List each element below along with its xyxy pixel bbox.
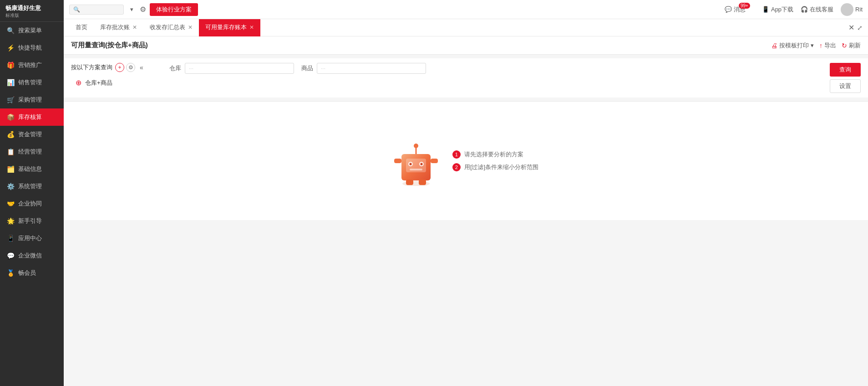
sidebar-item-operations[interactable]: 📋 经营管理 [0, 143, 64, 160]
apps-icon: 📱 [6, 235, 15, 242]
logo-subtitle: 标准版 [5, 12, 58, 19]
empty-step-2-text: 用[过滤]条件来缩小分析范围 [464, 163, 538, 171]
export-icon: ↑ [819, 42, 822, 49]
query-buttons: 查询 设置 [830, 63, 861, 93]
topbar-search-box[interactable]: 🔍 [69, 5, 124, 15]
tab-batch-close[interactable]: ✕ [132, 24, 137, 31]
user-avatar [841, 3, 853, 16]
tab-home-label: 首页 [76, 23, 87, 31]
query-fields-row: 仓库 ··· 商品 ··· [169, 63, 822, 74]
setting-button[interactable]: 设置 [830, 79, 861, 93]
scheme-item-label: 仓库+商品 [85, 79, 112, 87]
print-label: 按模板打印 [779, 41, 809, 50]
step-num-2: 2 [452, 163, 461, 171]
empty-text: 1 请先选择要分析的方案 2 用[过滤]条件来缩小分析范围 [452, 150, 538, 171]
refresh-button[interactable]: ↻ 刷新 [842, 41, 861, 50]
query-button[interactable]: 查询 [830, 63, 861, 77]
tabbar: 首页 库存批次账 ✕ 收发存汇总表 ✕ 可用量库存账本 ✕ ✕ ⤢ [64, 19, 868, 36]
topbar-dropdown-arrow[interactable]: ▾ [127, 5, 136, 14]
sidebar-item-newbie[interactable]: 🌟 新手引导 [0, 212, 64, 230]
phone-icon: 📱 [762, 6, 769, 13]
goods-field: 商品 ··· [301, 63, 426, 74]
query-scheme-header: 按以下方案查询 + ⚙ « [71, 63, 162, 72]
goods-input[interactable]: ··· [317, 63, 426, 74]
sidebar-item-system[interactable]: ⚙️ 系统管理 [0, 178, 64, 195]
expand-tabs-button[interactable]: ⤢ [857, 24, 863, 31]
tab-summary-close[interactable]: ✕ [188, 24, 193, 31]
add-scheme-button[interactable]: + [115, 63, 124, 72]
app-download-label: App下载 [771, 5, 793, 14]
industry-solution-button[interactable]: 体验行业方案 [150, 3, 198, 16]
sidebar-item-basic[interactable]: 🗂️ 基础信息 [0, 160, 64, 178]
page-title: 可用量查询(按仓库+商品) [71, 41, 148, 50]
search-icon-small: 🔍 [73, 6, 80, 13]
sidebar-item-apps[interactable]: 📱 应用中心 [0, 230, 64, 247]
sidebar-label-apps: 应用中心 [18, 234, 42, 242]
svg-point-5 [409, 163, 411, 165]
print-dropdown-icon[interactable]: ▾ [811, 42, 814, 49]
sidebar-item-purchase[interactable]: 🛒 采购管理 [0, 91, 64, 108]
tab-home[interactable]: 首页 [69, 19, 94, 36]
settings-scheme-button[interactable]: ⚙ [126, 63, 135, 72]
svg-rect-7 [410, 169, 422, 170]
sidebar-label-shortcut: 快捷导航 [18, 44, 42, 52]
print-button[interactable]: 🖨 按模板打印 ▾ [771, 41, 814, 50]
headset-icon: 🎧 [801, 6, 808, 13]
export-button[interactable]: ↑ 导出 [819, 41, 836, 50]
scheme-item-warehouse-goods[interactable]: ⊕ 仓库+商品 [71, 76, 162, 90]
sidebar-scroll: 🔍 搜索菜单 ⚡ 快捷导航 🎁 营销推广 📊 销售管理 🛒 采购管理 📦 库存核… [0, 22, 64, 386]
member-icon: 🏅 [6, 269, 15, 277]
sidebar-item-search[interactable]: 🔍 搜索菜单 [0, 22, 64, 39]
sidebar-logo: 畅康通好生意 标准版 [0, 0, 64, 22]
svg-rect-12 [406, 180, 413, 185]
sidebar-item-inventory[interactable]: 📦 库存核算 [0, 108, 64, 126]
topbar-right-section: 💬 消息 99+ 📱 App下载 🎧 在线客服 Rit [725, 3, 863, 16]
sidebar-label-wechat: 企业微信 [18, 252, 42, 260]
system-icon: ⚙️ [6, 183, 15, 190]
sidebar: 畅康通好生意 标准版 🔍 搜索菜单 ⚡ 快捷导航 🎁 营销推广 📊 销售管理 🛒… [0, 0, 64, 386]
sidebar-item-wechat[interactable]: 💬 企业微信 [0, 247, 64, 264]
app-download-button[interactable]: 📱 App下载 [762, 5, 793, 14]
page-content: 可用量查询(按仓库+商品) 🖨 按模板打印 ▾ ↑ 导出 ↻ 刷新 [64, 36, 868, 386]
close-all-tabs-button[interactable]: ✕ [848, 23, 854, 32]
svg-rect-10 [394, 159, 401, 163]
query-scheme-label: 按以下方案查询 [71, 63, 112, 72]
empty-step-2: 2 用[过滤]条件来缩小分析范围 [452, 163, 538, 171]
sidebar-item-member[interactable]: 🏅 畅会员 [0, 264, 64, 282]
user-name: Rit [855, 6, 863, 13]
svg-point-6 [420, 163, 422, 165]
warehouse-input[interactable]: ··· [185, 63, 294, 74]
customer-service-button[interactable]: 🎧 在线客服 [801, 5, 833, 14]
svg-point-9 [414, 144, 418, 148]
shortcut-icon: ⚡ [6, 44, 15, 51]
sidebar-item-enterprise[interactable]: 🤝 企业协同 [0, 195, 64, 212]
step-num-1: 1 [452, 150, 461, 159]
tab-summary[interactable]: 收发存汇总表 ✕ [143, 19, 199, 36]
empty-step-1: 1 请先选择要分析的方案 [452, 150, 538, 159]
message-icon: 💬 [725, 6, 732, 13]
topbar: 🔍 ▾ ⚙ 体验行业方案 💬 消息 99+ 📱 App下载 🎧 在线客服 Rit [64, 0, 868, 19]
tab-batch-label: 库存批次账 [100, 23, 130, 31]
sidebar-item-sales[interactable]: 📊 销售管理 [0, 74, 64, 91]
tab-available-label: 可用量库存账本 [205, 23, 247, 31]
sidebar-item-finance[interactable]: 💰 资金管理 [0, 126, 64, 143]
tab-available[interactable]: 可用量库存账本 ✕ [199, 19, 260, 36]
user-avatar-area[interactable]: Rit [841, 3, 863, 16]
sidebar-label-member: 畅会员 [18, 269, 36, 277]
collapse-scheme-button[interactable]: « [138, 64, 145, 71]
warehouse-ellipsis: ··· [189, 65, 193, 72]
enterprise-icon: 🤝 [6, 200, 15, 207]
tab-batch[interactable]: 库存批次账 ✕ [94, 19, 143, 36]
inventory-icon: 📦 [6, 113, 15, 121]
tab-available-close[interactable]: ✕ [249, 24, 254, 31]
warehouse-label: 仓库 [169, 64, 181, 72]
sales-icon: 📊 [6, 79, 15, 86]
topbar-search-input[interactable] [82, 6, 118, 13]
topbar-gear-icon[interactable]: ⚙ [140, 5, 146, 14]
logo-title: 畅康通好生意 [5, 5, 58, 12]
sidebar-item-marketing[interactable]: 🎁 营销推广 [0, 57, 64, 74]
sidebar-item-shortcut[interactable]: ⚡ 快捷导航 [0, 39, 64, 57]
messages-button[interactable]: 💬 消息 99+ [725, 5, 746, 14]
goods-label: 商品 [301, 64, 313, 72]
basic-icon: 🗂️ [6, 165, 15, 173]
